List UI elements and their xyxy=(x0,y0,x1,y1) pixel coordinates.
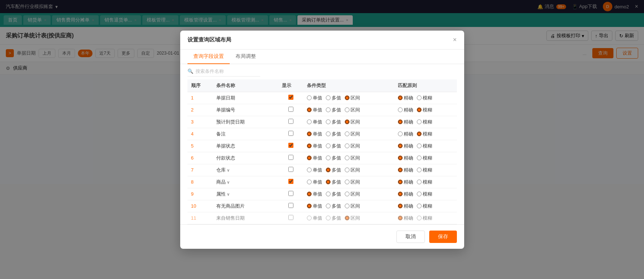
display-checkbox[interactable] xyxy=(288,179,293,184)
tab-layout-adjust-label: 布局调整 xyxy=(236,53,256,59)
match-radio-option[interactable]: 模糊 xyxy=(417,107,432,113)
modal-header: 设置查询区域布局 × xyxy=(180,31,464,50)
match-radio-option[interactable]: 模糊 xyxy=(417,143,432,149)
type-radio-option[interactable]: 多值 xyxy=(326,143,341,149)
type-radio-option[interactable]: 多值 xyxy=(326,131,341,137)
type-radio-option[interactable]: 区间 xyxy=(345,107,360,113)
row-type-radio: 单值多值区间 xyxy=(303,116,394,128)
type-radio-option[interactable]: 单值 xyxy=(307,131,322,137)
modal-overlay: 设置查询区域布局 × 查询字段设置 布局调整 🔍 顺序 xyxy=(0,0,644,184)
settings-modal: 设置查询区域布局 × 查询字段设置 布局调整 🔍 顺序 xyxy=(180,31,464,184)
match-radio-option[interactable]: 模糊 xyxy=(417,167,432,173)
type-radio-option[interactable]: 多值 xyxy=(326,179,341,184)
match-radio-option[interactable]: 精确 xyxy=(398,179,413,184)
search-input[interactable] xyxy=(195,68,254,74)
type-radio-option[interactable]: 多值 xyxy=(326,119,341,125)
row-order: 8 xyxy=(187,176,213,184)
row-match-radio: 精确模糊 xyxy=(394,116,457,128)
display-checkbox[interactable] xyxy=(288,131,293,136)
type-radio-option[interactable]: 单值 xyxy=(307,155,322,161)
modal-tabs: 查询字段设置 布局调整 xyxy=(180,50,464,64)
row-type-radio: 单值多值区间 xyxy=(303,152,394,164)
row-display-checkbox[interactable] xyxy=(278,176,303,184)
type-radio-option[interactable]: 区间 xyxy=(345,155,360,161)
row-type-radio: 单值多值区间 xyxy=(303,164,394,176)
table-row: 8商品 ∨单值多值区间精确模糊 xyxy=(187,176,457,184)
display-checkbox[interactable] xyxy=(288,95,293,100)
type-radio-option[interactable]: 单值 xyxy=(307,119,322,125)
type-radio-option[interactable]: 多值 xyxy=(326,167,341,173)
match-radio-option[interactable]: 精确 xyxy=(398,95,413,101)
row-condition-name: 商品 ∨ xyxy=(213,176,278,184)
match-radio-option[interactable]: 精确 xyxy=(398,119,413,125)
display-checkbox[interactable] xyxy=(288,167,293,172)
table-row: 7仓库 ∨单值多值区间精确模糊 xyxy=(187,164,457,176)
row-display-checkbox[interactable] xyxy=(278,92,303,104)
display-checkbox[interactable] xyxy=(288,107,293,112)
type-radio-option[interactable]: 单值 xyxy=(307,95,322,101)
type-radio-option[interactable]: 多值 xyxy=(326,155,341,161)
row-type-radio: 单值多值区间 xyxy=(303,140,394,152)
type-radio-option[interactable]: 区间 xyxy=(345,167,360,173)
row-display-checkbox[interactable] xyxy=(278,116,303,128)
type-radio-option[interactable]: 单值 xyxy=(307,179,322,184)
type-radio-option[interactable]: 区间 xyxy=(345,131,360,137)
row-match-radio: 精确模糊 xyxy=(394,128,457,140)
search-icon: 🔍 xyxy=(187,68,193,74)
row-display-checkbox[interactable] xyxy=(278,164,303,176)
col-type: 条件类型 xyxy=(303,79,394,92)
row-order: 4 xyxy=(187,128,213,140)
row-condition-name: 单据状态 xyxy=(213,140,278,152)
row-order: 1 xyxy=(187,92,213,104)
tab-field-settings[interactable]: 查询字段设置 xyxy=(187,50,230,64)
col-order: 顺序 xyxy=(187,79,213,92)
row-condition-name: 预计到货日期 xyxy=(213,116,278,128)
type-radio-option[interactable]: 区间 xyxy=(345,143,360,149)
row-match-radio: 精确模糊 xyxy=(394,152,457,164)
row-display-checkbox[interactable] xyxy=(278,128,303,140)
search-box: 🔍 xyxy=(187,68,260,76)
tab-layout-adjust[interactable]: 布局调整 xyxy=(230,50,262,64)
match-radio-option[interactable]: 模糊 xyxy=(417,179,432,184)
match-radio-option[interactable]: 精确 xyxy=(398,155,413,161)
modal-title: 设置查询区域布局 xyxy=(187,36,231,43)
type-radio-option[interactable]: 多值 xyxy=(326,95,341,101)
match-radio-option[interactable]: 精确 xyxy=(398,143,413,149)
match-radio-option[interactable]: 精确 xyxy=(398,131,413,137)
row-type-radio: 单值多值区间 xyxy=(303,92,394,104)
type-radio-option[interactable]: 单值 xyxy=(307,143,322,149)
table-row: 6付款状态单值多值区间精确模糊 xyxy=(187,152,457,164)
row-display-checkbox[interactable] xyxy=(278,152,303,164)
tab-field-settings-label: 查询字段设置 xyxy=(193,53,224,59)
match-radio-option[interactable]: 模糊 xyxy=(417,131,432,137)
display-checkbox[interactable] xyxy=(288,143,293,148)
col-name: 条件名称 xyxy=(213,79,278,92)
type-radio-option[interactable]: 单值 xyxy=(307,107,322,113)
type-radio-option[interactable]: 区间 xyxy=(345,179,360,184)
type-radio-option[interactable]: 区间 xyxy=(345,119,360,125)
row-order: 3 xyxy=(187,116,213,128)
modal-close-btn[interactable]: × xyxy=(453,36,457,43)
type-radio-option[interactable]: 多值 xyxy=(326,107,341,113)
display-checkbox[interactable] xyxy=(288,119,293,124)
row-match-radio: 精确模糊 xyxy=(394,92,457,104)
table-row: 5单据状态单值多值区间精确模糊 xyxy=(187,140,457,152)
conditions-table: 顺序 条件名称 显示 条件类型 匹配原则 1单据日期单值多值区间精确模糊2单据编… xyxy=(187,79,457,184)
modal-search-area: 🔍 xyxy=(180,64,464,79)
type-radio-option[interactable]: 单值 xyxy=(307,167,322,173)
display-checkbox[interactable] xyxy=(288,155,293,160)
match-radio-option[interactable]: 模糊 xyxy=(417,155,432,161)
row-condition-name: 备注 xyxy=(213,128,278,140)
match-radio-option[interactable]: 模糊 xyxy=(417,119,432,125)
match-radio-option[interactable]: 模糊 xyxy=(417,95,432,101)
table-row: 3预计到货日期单值多值区间精确模糊 xyxy=(187,116,457,128)
match-radio-option[interactable]: 精确 xyxy=(398,167,413,173)
row-type-radio: 单值多值区间 xyxy=(303,176,394,184)
row-type-radio: 单值多值区间 xyxy=(303,128,394,140)
row-display-checkbox[interactable] xyxy=(278,104,303,116)
type-radio-option[interactable]: 区间 xyxy=(345,95,360,101)
match-radio-option[interactable]: 精确 xyxy=(398,107,413,113)
row-display-checkbox[interactable] xyxy=(278,140,303,152)
table-row: 2单据编号单值多值区间精确模糊 xyxy=(187,104,457,116)
row-order: 5 xyxy=(187,140,213,152)
